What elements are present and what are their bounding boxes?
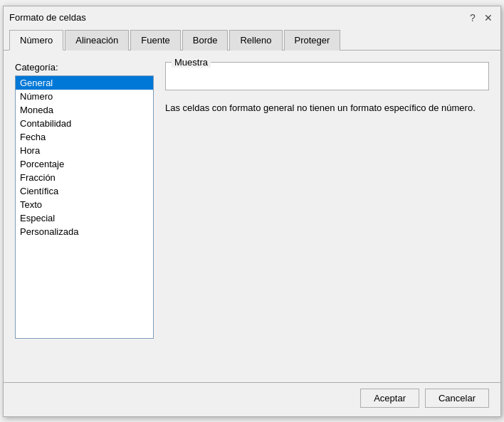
dialog-body: Categoría: GeneralNúmeroMonedaContabilid…: [4, 51, 500, 382]
right-panel: Muestra Las celdas con formato general n…: [165, 62, 489, 371]
tab-numero[interactable]: Número: [9, 30, 63, 51]
category-list[interactable]: GeneralNúmeroMonedaContabilidadFechaHora…: [15, 75, 154, 339]
left-panel: Categoría: GeneralNúmeroMonedaContabilid…: [15, 62, 154, 371]
close-button[interactable]: ✕: [482, 11, 495, 24]
content-area: Categoría: GeneralNúmeroMonedaContabilid…: [15, 62, 489, 371]
list-item[interactable]: Fracción: [16, 171, 153, 184]
tab-fuente[interactable]: Fuente: [130, 30, 180, 51]
dialog-footer: Aceptar Cancelar: [4, 382, 500, 416]
tab-bar: Número Alineación Fuente Borde Relleno P…: [4, 29, 500, 51]
list-item[interactable]: Contabilidad: [16, 117, 153, 130]
title-bar: Formato de celdas ? ✕: [4, 6, 500, 29]
accept-button[interactable]: Aceptar: [360, 389, 419, 408]
list-item[interactable]: Personalizada: [16, 225, 153, 238]
category-label: Categoría:: [15, 62, 154, 73]
description-text: Las celdas con formato general no tienen…: [165, 102, 489, 115]
list-item[interactable]: Especial: [16, 211, 153, 225]
list-item[interactable]: Fecha: [16, 130, 153, 144]
tab-proteger[interactable]: Proteger: [284, 30, 341, 51]
list-item[interactable]: Científica: [16, 184, 153, 198]
tab-borde[interactable]: Borde: [182, 30, 229, 51]
title-bar-controls: ? ✕: [466, 11, 495, 24]
dialog-title: Formato de celdas: [9, 12, 86, 23]
list-item[interactable]: General: [16, 76, 153, 90]
cancel-button[interactable]: Cancelar: [425, 389, 489, 408]
list-item[interactable]: Moneda: [16, 103, 153, 117]
list-item[interactable]: Texto: [16, 198, 153, 211]
sample-group: Muestra: [165, 62, 489, 90]
help-button[interactable]: ?: [466, 11, 479, 24]
list-item[interactable]: Hora: [16, 144, 153, 157]
sample-value: [174, 68, 480, 84]
list-item[interactable]: Porcentaje: [16, 157, 153, 171]
tab-relleno[interactable]: Relleno: [229, 30, 282, 51]
list-item[interactable]: Número: [16, 90, 153, 103]
tab-alineacion[interactable]: Alineación: [65, 30, 129, 51]
format-cells-dialog: Formato de celdas ? ✕ Número Alineación …: [3, 6, 501, 417]
sample-legend: Muestra: [172, 57, 211, 68]
